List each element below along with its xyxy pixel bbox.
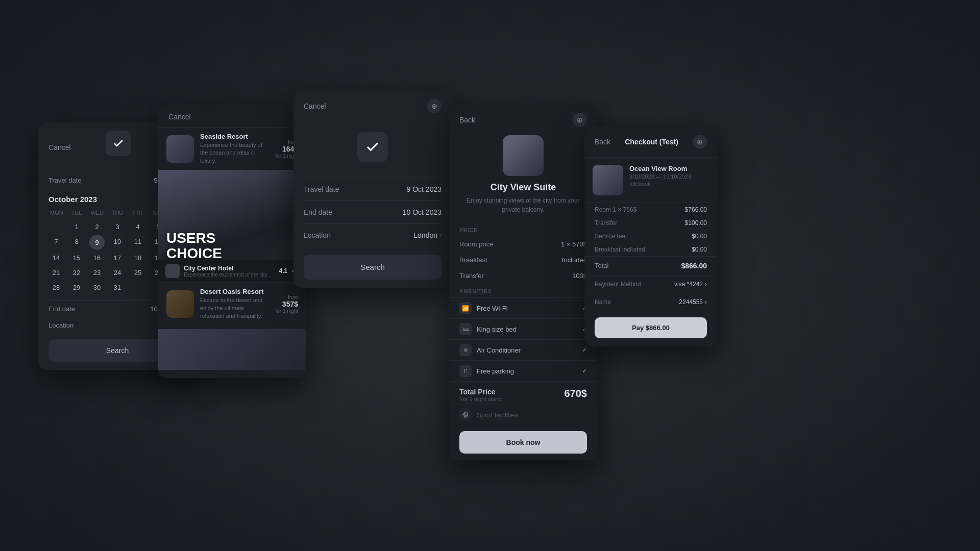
pay-button[interactable]: Pay $866.00	[595, 317, 707, 338]
cal-date[interactable]: 8	[67, 235, 86, 250]
checkout-title: Checkout (Test)	[625, 138, 678, 146]
cal-date[interactable]: 25	[128, 266, 148, 280]
day-fri: FRI	[128, 208, 148, 218]
hotel-desc-desert: Escape to the desert and enjoy the ultim…	[200, 296, 270, 320]
total-price-row: Total Price For 1 night stand 670$	[449, 381, 597, 404]
cal-date[interactable]: 10	[108, 235, 127, 250]
checkout-total-label: Total	[595, 262, 608, 270]
suite-back-button[interactable]: Back	[459, 116, 475, 124]
end-date-field-label: End date	[304, 208, 332, 216]
amenity-bed: 🛏 King size bed ✓	[449, 318, 597, 339]
cal-date[interactable]: 16	[87, 251, 107, 265]
location-field[interactable]: Location London ›	[304, 223, 442, 246]
wifi-icon: 📶	[459, 302, 472, 314]
location-label: Location	[48, 321, 74, 329]
room-line-label: Room 1 × 766$	[595, 206, 636, 213]
suite-title: City View Suite	[449, 182, 597, 193]
payment-method-row: Payment Method visa *4242 ›	[584, 276, 717, 293]
hotels-panel: Cancel Seaside Resort Experience the bea…	[158, 105, 306, 378]
amenity-wifi-label: Free Wi-Fi	[477, 305, 508, 312]
suite-more-icon: ⊕	[577, 116, 583, 124]
cal-date[interactable]: 1	[67, 220, 86, 234]
location-field-label: Location	[304, 231, 331, 239]
suite-more-button[interactable]: ⊕	[573, 113, 587, 127]
checkout-name-value: 2244555	[679, 298, 703, 306]
users-choice-text: USERS CHOICE	[166, 231, 222, 262]
cal-date[interactable]: 15	[67, 251, 86, 265]
checkout-line-transfer: Transfer $100.00	[584, 216, 717, 230]
amenity-parking-label: Free parking	[477, 367, 514, 375]
amenity-parking-check: ✓	[582, 367, 587, 374]
checkout-hotel-tag: telebook	[629, 181, 709, 187]
hotel-featured-thumb	[165, 264, 180, 278]
payment-method-value-container: visa *4242 ›	[674, 281, 707, 288]
suite-header: Back ⊕	[449, 105, 597, 135]
checkout-panel: Back Checkout (Test) ⊕ Ocean View Room 9…	[584, 127, 717, 346]
cal-date[interactable]: 11	[128, 235, 148, 250]
hotel-name-desert: Desert Oasis Resort	[200, 288, 270, 295]
room-price-label: Room price	[459, 240, 493, 248]
breakfast-line-value: $0.00	[692, 246, 707, 253]
checkout-hotel-name: Ocean View Room	[629, 165, 709, 172]
checkout-line-breakfast: Breakfast included $0.00	[584, 243, 717, 256]
cal-date[interactable]: 23	[87, 266, 107, 280]
more-options-button[interactable]: ⊕	[427, 99, 442, 113]
breakfast-row: Breakfast Included	[449, 252, 597, 268]
cal-date[interactable]: 14	[46, 251, 66, 265]
cal-date[interactable]: 29	[67, 281, 86, 294]
checkout-hotel-info: Ocean View Room 9/10/2023 — 10/10/2023 t…	[629, 165, 709, 195]
hotel-card-desert[interactable]: Desert Oasis Resort Escape to the desert…	[158, 282, 306, 325]
cancel-button[interactable]: Cancel	[48, 143, 71, 152]
cal-date[interactable]: 3	[108, 220, 127, 234]
book-now-button[interactable]: Book now	[459, 431, 587, 454]
cal-date[interactable]: 28	[46, 281, 66, 294]
transfer-row: Transfer 100$	[449, 268, 597, 284]
cal-date-selected[interactable]: 9	[89, 235, 105, 250]
hotel-price-value-desert: 357$	[276, 300, 298, 308]
hotel-card-seaside[interactable]: Seaside Resort Experience the beauty of …	[158, 127, 306, 170]
hotels-cancel-button[interactable]: Cancel	[168, 113, 191, 121]
room-price-row: Room price 1 × 570$	[449, 236, 597, 252]
end-date-field-value: 10 Oct 2023	[403, 208, 442, 216]
payment-method-value: visa *4242	[674, 281, 703, 288]
search-fields: Travel date 9 Oct 2023 End date 10 Oct 2…	[293, 178, 452, 246]
end-date-field[interactable]: End date 10 Oct 2023	[304, 201, 442, 223]
amenity-parking: P Free parking ✓	[449, 360, 597, 381]
amenity-sport-label: Sport facilities	[477, 411, 518, 419]
cal-date[interactable]: 2	[87, 220, 107, 234]
checkout-more-icon: ⊕	[697, 138, 703, 146]
hotel-featured-rating: 4.1	[279, 267, 288, 274]
cal-date[interactable]: 4	[128, 220, 148, 234]
day-wed: WED	[87, 208, 107, 218]
hotel-featured-footer: City Center Hotel Experience the excitem…	[158, 260, 306, 282]
more-icon: ⊕	[431, 102, 437, 110]
amenity-ac: ❄ Air Conditioner ✓	[449, 339, 597, 360]
travel-date-field[interactable]: Travel date 9 Oct 2023	[304, 178, 442, 201]
checkout-name-row: Name 2244555 ›	[584, 293, 717, 311]
cal-date[interactable]: 17	[108, 251, 127, 265]
search-main-cancel[interactable]: Cancel	[304, 102, 326, 110]
suite-description: Enjoy stunning views of the city from yo…	[449, 196, 597, 214]
cal-date[interactable]: 31	[108, 281, 127, 294]
amenities-section-label: AMENITIES	[449, 284, 597, 297]
checkout-back-button[interactable]: Back	[595, 138, 610, 146]
hotel-desc-seaside: Experience the beauty of the ocean and r…	[200, 141, 270, 165]
cal-date[interactable]: 24	[108, 266, 127, 280]
checkout-more-button[interactable]: ⊕	[693, 135, 707, 149]
cal-date[interactable]: 18	[128, 251, 148, 265]
checkout-header: Back Checkout (Test) ⊕	[584, 127, 717, 158]
hotel-featured-subdesc: Experience the excitement of the city...	[184, 272, 279, 278]
cal-date[interactable]: 22	[67, 266, 86, 280]
hotel-featured-card[interactable]: USERS CHOICE City Center Hotel Experienc…	[158, 170, 306, 282]
breakfast-label: Breakfast	[459, 256, 487, 264]
cal-date[interactable]: 30	[87, 281, 107, 294]
suite-image	[503, 135, 544, 176]
users-choice-label: USERS CHOICE	[166, 231, 222, 262]
cal-date[interactable]: 7	[46, 235, 66, 250]
hotel-per-desert: for 1 night	[276, 308, 298, 314]
service-line-value: $0.00	[692, 233, 707, 240]
suite-image-inner	[503, 135, 544, 176]
search-main-button[interactable]: Search	[304, 255, 442, 280]
chevron-right-icon-2: ›	[705, 298, 707, 306]
cal-date[interactable]: 21	[46, 266, 66, 280]
